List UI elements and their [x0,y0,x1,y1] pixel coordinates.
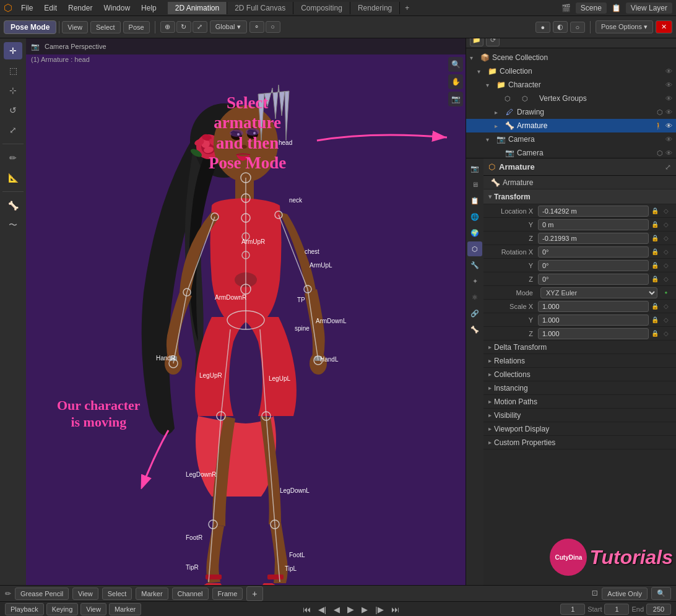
bone-select-tool[interactable]: 🦴 [4,197,22,214]
prop-maximize-icon[interactable]: ⤢ [665,163,671,171]
prop-scale-z-value[interactable]: 1.000 [538,328,649,339]
timeline-search[interactable]: 🔍 [651,587,671,600]
prop-collections[interactable]: ▸ Collections [483,368,676,381]
timeline-frame-menu[interactable]: Frame [212,588,243,600]
prop-visibility[interactable]: ▸ Visibility [483,409,676,422]
prop-physics-icon[interactable]: ⚛ [467,290,482,305]
proportional-icon[interactable]: ○ [266,21,280,33]
relax-tool[interactable]: 〜 [4,217,22,234]
prop-rotation-y-value[interactable]: 0° [538,260,649,271]
prop-render-icon[interactable]: 📷 [467,161,482,176]
tree-eye-camera-c[interactable]: 👁 [665,149,672,157]
snap-icon[interactable]: ⚬ [249,21,264,33]
move-tool[interactable]: ⊹ [4,82,22,99]
timeline-marker-menu[interactable]: Marker [136,588,168,600]
prop-custom-properties[interactable]: ▸ Custom Properties [483,436,676,449]
prop-particles-icon[interactable]: ✦ [467,274,482,288]
start-frame-input[interactable] [604,604,629,615]
playback-dropdown[interactable]: Playback [5,603,44,615]
prop-scale-x-anim[interactable]: ◇ [661,301,671,311]
pose-menu[interactable]: Pose [123,21,150,33]
tab-2d-animation[interactable]: 2D Animation [168,2,227,14]
zoom-icon[interactable]: 🔍 [448,57,463,72]
prop-rotation-y-lock[interactable]: 🔒 [650,261,660,271]
prop-scale-x-lock[interactable]: 🔒 [650,301,660,311]
timeline-channel-menu[interactable]: Channel [172,588,209,600]
close-button[interactable]: ✕ [656,20,672,33]
prop-location-x-lock[interactable]: 🔒 [650,206,660,216]
prop-output-icon[interactable]: 🖥 [467,177,482,192]
prop-scale-z-lock[interactable]: 🔒 [650,329,660,339]
timeline-view-menu[interactable]: View [72,588,98,600]
view-tl-dropdown[interactable]: View [80,603,106,615]
tree-eye-armature[interactable]: 👁 [665,122,672,129]
rotate-icon[interactable]: ↻ [176,21,191,33]
transform-icon[interactable]: ⊕ [160,21,175,33]
cursor-tool[interactable]: ✛ [4,42,22,59]
prop-object-icon[interactable]: ⬡ [467,241,482,256]
prop-armature-sub[interactable]: 🦴 Armature [483,176,676,189]
viewport-shading-3[interactable]: ○ [570,22,585,33]
timeline-add-btn[interactable]: + [246,586,262,601]
menu-edit[interactable]: Edit [39,2,62,14]
add-workspace-button[interactable]: + [400,2,414,14]
annotate-tool[interactable]: ✏ [4,149,22,167]
viewport[interactable]: 📷 Camera Perspective (1) Armature : head [26,38,466,585]
marker-tl-dropdown[interactable]: Marker [109,603,141,615]
tree-eye-collection[interactable]: 👁 [665,67,672,75]
prop-scale-x-value[interactable]: 1.000 [538,301,649,312]
timeline-select-menu[interactable]: Select [102,588,132,600]
prop-transform-header[interactable]: ▾ Transform [483,189,676,204]
prop-delta-transform[interactable]: ▸ Delta Transform [483,341,676,354]
viewport-shading-1[interactable]: ● [535,22,550,33]
prop-instancing[interactable]: ▸ Instancing [483,381,676,395]
camera-vp-icon[interactable]: 📷 [448,92,463,106]
view-menu[interactable]: View [62,21,88,33]
prop-scale-y-value[interactable]: 1.000 [538,315,649,326]
prop-scale-y-anim[interactable]: ◇ [661,315,671,325]
end-frame-input[interactable] [646,604,671,615]
blender-icon[interactable]: ⬡ [4,2,12,14]
tree-eye-vg[interactable]: 👁 [665,95,672,102]
scale-icon[interactable]: ⤢ [193,21,207,33]
prop-rotation-z-anim[interactable]: ◇ [661,274,671,284]
play-btn[interactable]: ▶ [345,603,357,615]
current-frame-input[interactable] [560,604,585,615]
prop-scene-icon[interactable]: 🌐 [467,209,482,224]
select-box-tool[interactable]: ⬚ [4,62,22,79]
prop-location-y-value[interactable]: 0 m [538,219,649,230]
prop-motion-paths[interactable]: ▸ Motion Paths [483,395,676,409]
tree-eye-character[interactable]: 👁 [665,81,672,89]
prop-mode-dot[interactable]: ● [661,288,671,298]
prop-world-icon[interactable]: 🌍 [467,225,482,240]
tree-collection[interactable]: ▾ 📁 Collection 👁 [466,64,676,78]
global-dropdown[interactable]: Global ▾ [210,20,247,33]
next-frame-btn[interactable]: ▶ [359,604,370,615]
menu-help[interactable]: Help [136,2,162,14]
prop-location-x-value[interactable]: -0.14292 m [538,206,649,217]
prop-rotation-y-anim[interactable]: ◇ [661,261,671,271]
prop-location-z-lock[interactable]: 🔒 [650,233,660,243]
menu-window[interactable]: Window [98,2,135,14]
menu-file[interactable]: File [16,2,38,14]
keying-dropdown[interactable]: Keying [46,603,79,615]
prop-data-icon[interactable]: 🦴 [467,322,482,337]
prop-scale-z-anim[interactable]: ◇ [661,329,671,339]
tree-scene-collection[interactable]: ▾ 📦 Scene Collection [466,51,676,64]
prop-rotation-x-value[interactable]: 0° [538,246,649,258]
jump-end-btn[interactable]: ⏭ [389,604,402,615]
prop-location-y-anim[interactable]: ◇ [661,220,671,230]
tab-compositing[interactable]: Compositing [293,2,350,14]
viewport-shading-2[interactable]: ◐ [553,21,568,33]
tree-eye-camera-p[interactable]: 👁 [665,136,672,143]
prop-location-z-anim[interactable]: ◇ [661,233,671,243]
prop-location-y-lock[interactable]: 🔒 [650,220,660,230]
pose-mode-dropdown[interactable]: Pose Mode [4,20,56,34]
measure-tool[interactable]: 📐 [4,169,22,186]
tree-drawing[interactable]: ▸ 🖊 Drawing ⬡ 👁 [466,105,676,119]
next-keyframe-btn[interactable]: |▶ [373,604,386,615]
prop-rotation-z-lock[interactable]: 🔒 [650,274,660,284]
grease-pencil-dropdown[interactable]: Grease Pencil [15,588,69,600]
tree-armature[interactable]: ▸ 🦴 Armature 🚶 👁 [466,119,676,132]
tab-rendering[interactable]: Rendering [350,2,400,14]
